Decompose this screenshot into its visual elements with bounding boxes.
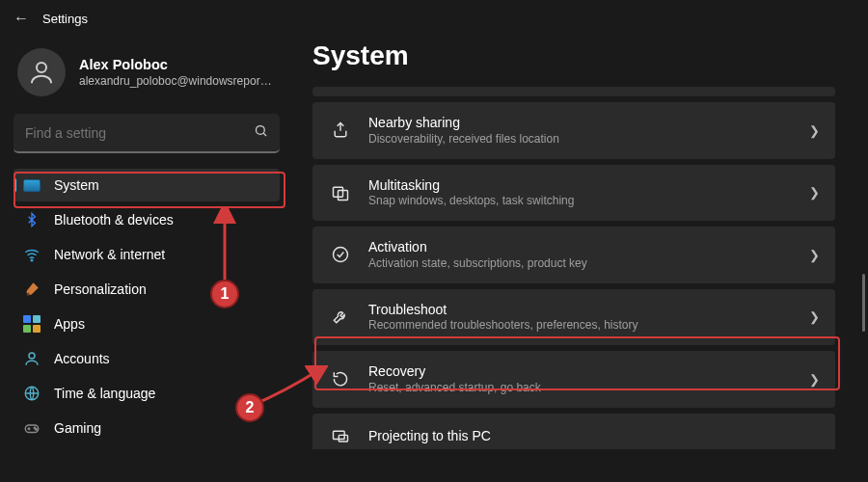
sidebar-item-personalization[interactable]: Personalization: [14, 273, 280, 306]
apps-icon: [23, 315, 41, 333]
svg-point-4: [27, 293, 30, 296]
sidebar-item-label: Time & language: [54, 386, 155, 401]
sidebar-item-label: Personalization: [54, 281, 147, 297]
card-subtitle: Recommended troubleshooters, preferences…: [368, 318, 792, 333]
sidebar-item-label: Gaming: [54, 420, 101, 436]
search-box[interactable]: [14, 114, 280, 153]
card-title: Nearby sharing: [368, 115, 792, 132]
sidebar-item-label: Apps: [54, 316, 85, 332]
sidebar-item-label: Bluetooth & devices: [54, 212, 174, 228]
card-title: Troubleshoot: [368, 302, 792, 319]
gamepad-icon: [23, 419, 41, 437]
card-recovery[interactable]: Recovery Reset, advanced startup, go bac…: [312, 351, 835, 408]
sidebar-item-label: Accounts: [54, 351, 110, 366]
chevron-right-icon: ❯: [809, 185, 820, 200]
search-icon: [254, 123, 268, 142]
svg-point-12: [334, 248, 348, 262]
project-icon: [330, 426, 351, 447]
chevron-right-icon: ❯: [809, 309, 820, 324]
app-title: Settings: [42, 12, 88, 26]
card-multitasking[interactable]: Multitasking Snap windows, desktops, tas…: [312, 165, 835, 222]
svg-point-3: [31, 259, 33, 261]
card-nearby-sharing[interactable]: Nearby sharing Discoverability, received…: [312, 102, 835, 159]
user-email: alexandru_poloboc@windowsreport...: [79, 74, 272, 89]
globe-icon: [23, 385, 41, 402]
annotation-step-2: 2: [235, 393, 264, 422]
search-input[interactable]: [25, 125, 254, 141]
card-subtitle: Discoverability, received files location: [368, 132, 792, 147]
card-projecting[interactable]: Projecting to this PC: [312, 414, 835, 449]
card-subtitle: Snap windows, desktops, task switching: [368, 194, 792, 208]
share-icon: [330, 120, 351, 141]
card-subtitle: Reset, advanced startup, go back: [368, 381, 792, 395]
brush-icon: [23, 281, 41, 298]
user-block[interactable]: Alex Poloboc alexandru_poloboc@windowsre…: [14, 40, 280, 108]
card-title: Recovery: [368, 363, 792, 381]
sidebar-item-accounts[interactable]: Accounts: [14, 342, 280, 375]
wrench-icon: [330, 307, 351, 328]
title-bar: ← Settings: [0, 0, 868, 31]
user-name: Alex Poloboc: [79, 56, 272, 73]
wifi-icon: [23, 246, 41, 263]
card-troubleshoot[interactable]: Troubleshoot Recommended troubleshooters…: [312, 289, 835, 346]
sidebar-item-system[interactable]: System: [14, 169, 280, 201]
sidebar-item-apps[interactable]: Apps: [14, 308, 280, 340]
sidebar-item-network[interactable]: Network & internet: [14, 238, 280, 271]
sidebar-item-bluetooth[interactable]: Bluetooth & devices: [14, 203, 280, 236]
sidebar-item-label: Network & internet: [54, 247, 165, 262]
recovery-icon: [330, 368, 351, 389]
display-icon: [23, 176, 41, 194]
scrollbar-thumb[interactable]: [862, 274, 865, 332]
svg-point-0: [37, 63, 46, 72]
svg-rect-14: [339, 435, 347, 442]
chevron-right-icon: ❯: [809, 123, 820, 138]
annotation-step-1: 1: [210, 280, 239, 308]
card-title: Projecting to this PC: [368, 428, 820, 445]
card-subtitle: Activation state, subscriptions, product…: [368, 256, 792, 271]
svg-point-5: [29, 353, 35, 359]
back-button[interactable]: ←: [14, 10, 29, 27]
settings-list: Nearby sharing Discoverability, received…: [312, 87, 845, 449]
person-icon: [23, 350, 41, 367]
chevron-right-icon: ❯: [809, 372, 820, 387]
page-title: System: [312, 40, 845, 71]
svg-line-2: [263, 133, 266, 136]
sidebar-item-label: System: [54, 177, 99, 193]
card-title: Activation: [368, 239, 792, 256]
main-panel: System Nearby sharing Discoverability, r…: [289, 31, 868, 482]
card-activation[interactable]: Activation Activation state, subscriptio…: [312, 227, 835, 283]
check-circle-icon: [330, 244, 351, 265]
avatar: [17, 48, 66, 96]
chevron-right-icon: ❯: [809, 248, 820, 262]
card-title: Multitasking: [368, 177, 792, 195]
svg-point-9: [36, 429, 38, 431]
partial-card-top: [312, 87, 835, 96]
svg-point-1: [257, 126, 265, 135]
bluetooth-icon: [23, 211, 41, 228]
multitask-icon: [330, 182, 351, 203]
